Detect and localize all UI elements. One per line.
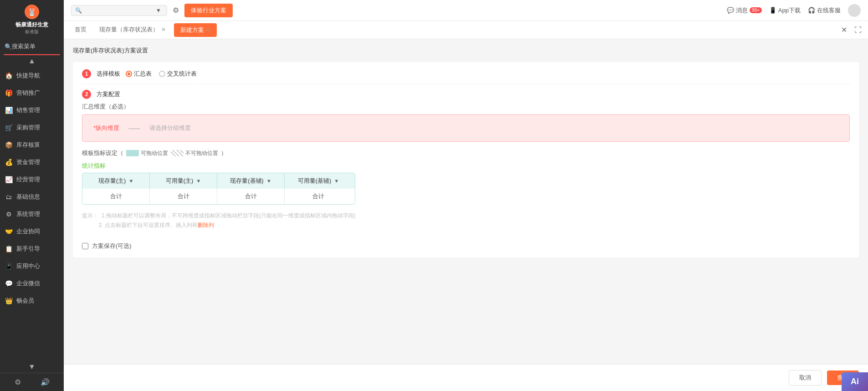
sidebar-item-label: 新手引导: [16, 245, 40, 253]
step1-badge: 1: [82, 69, 91, 78]
sidebar-item-label: 基础信息: [16, 193, 40, 201]
tab-inventory-label: 现存量（库存状况表）: [99, 26, 158, 34]
step1-row: 1 选择模板 汇总表 交叉统计表: [82, 69, 850, 78]
gift-icon: 🎁: [5, 89, 13, 97]
step2-badge: 2: [82, 90, 91, 99]
header-col-4[interactable]: 可用量(基辅) ▼: [285, 173, 352, 189]
speaker-footer-icon[interactable]: 🔊: [41, 378, 50, 386]
sidebar-item-label: 经营管理: [16, 175, 40, 184]
sidebar-item-guide[interactable]: 📋 新手引导: [0, 240, 64, 257]
topbar-dropdown-btn[interactable]: ▼: [154, 7, 163, 14]
sidebar-item-member[interactable]: 👑 畅会员: [0, 292, 64, 309]
tab-home-label: 首页: [75, 26, 87, 34]
non-draggable-legend-color: [171, 150, 184, 156]
sidebar-item-sales[interactable]: 📊 销售管理: [0, 102, 64, 119]
radio-summary-circle: [126, 71, 132, 77]
sidebar-search[interactable]: 🔍 搜索菜单: [0, 39, 64, 54]
sidebar-item-wechat[interactable]: 💬 企业微信: [0, 275, 64, 292]
body-col-1: 合计: [82, 189, 150, 204]
save-label: 方案保存(可选): [92, 242, 132, 250]
sidebar-scroll-up[interactable]: ▲: [0, 55, 64, 67]
sidebar-item-label: 企业协同: [16, 227, 40, 236]
header-col-3[interactable]: 现存量(基辅) ▼: [217, 173, 285, 189]
experience-btn[interactable]: 体验行业方案: [184, 4, 233, 17]
step-divider: [82, 84, 850, 84]
tips-item-1: 提示： 1.拖动标题栏可以调整布局，不可跨维度或指标区域拖动栏目字段(只能在同一…: [82, 212, 850, 220]
sidebar-item-finance[interactable]: 💰 资金管理: [0, 154, 64, 171]
tabs-bar: 首页 现存量（库存状况表） ✕ 新建方案 ✕ ✕ ⛶: [64, 21, 868, 39]
chart-icon: 📊: [5, 106, 13, 114]
online-service-item[interactable]: 🎧 在线客服: [808, 6, 841, 15]
cancel-button[interactable]: 取消: [789, 370, 822, 386]
sidebar-scroll-down[interactable]: ▼: [0, 361, 64, 373]
tab-new-plan[interactable]: 新建方案 ✕: [174, 23, 217, 37]
sidebar-item-basic-info[interactable]: 🗂 基础信息: [0, 188, 64, 206]
content-area: 现存量(库存状况表)方案设置 1 选择模板 汇总表 交叉统计表: [64, 39, 868, 364]
topbar-left: 🔍 ▼ ⚙ 体验行业方案: [71, 4, 722, 17]
step1-label: 选择模板: [97, 70, 120, 78]
tab-inventory-status[interactable]: 现存量（库存状况表） ✕: [93, 21, 172, 39]
box-icon: 📦: [5, 141, 13, 149]
save-checkbox[interactable]: [82, 243, 88, 249]
page-title: 现存量(库存状况表)方案设置: [73, 46, 859, 55]
sidebar-item-label: 资金管理: [16, 158, 40, 166]
sidebar-logo-sub: 标准版: [25, 29, 39, 35]
col-4-dropdown[interactable]: ▼: [334, 178, 339, 184]
sidebar-item-label: 企业微信: [16, 279, 40, 288]
tab-expand-btn[interactable]: ⛶: [853, 26, 863, 34]
topbar-gear-btn[interactable]: ⚙: [171, 6, 181, 15]
stats-label: 统计指标: [82, 162, 850, 170]
trending-icon: 📈: [5, 175, 13, 184]
topbar-search-box: 🔍 ▼: [71, 5, 167, 16]
indicator-settings-suffix: ）: [221, 149, 227, 157]
section-card: 1 选择模板 汇总表 交叉统计表 2 方案配置: [73, 62, 859, 257]
draggable-legend: 可拖动位置: [126, 149, 168, 157]
tab-inventory-close[interactable]: ✕: [161, 26, 166, 33]
sidebar-item-operations[interactable]: 📈 经营管理: [0, 171, 64, 188]
tab-new-close[interactable]: ✕: [206, 27, 210, 33]
template-radio-group: 汇总表 交叉统计表: [126, 70, 197, 78]
sidebar-item-inventory[interactable]: 📦 库存核算: [0, 136, 64, 154]
info-icon: 🗂: [5, 193, 13, 201]
gear-icon: ⚙: [5, 210, 13, 218]
message-item[interactable]: 💬 消息 99+: [727, 6, 762, 15]
ai-badge[interactable]: Ai: [842, 372, 868, 391]
sidebar-item-quick-nav[interactable]: 🏠 快捷导航: [0, 67, 64, 84]
header-col-2[interactable]: 可用量(主) ▼: [150, 173, 217, 189]
search-icon: 🔍: [75, 7, 82, 14]
non-draggable-legend: 不可拖动位置: [171, 149, 218, 157]
phone-icon: 📱: [769, 7, 776, 14]
topbar: 🔍 ▼ ⚙ 体验行业方案 💬 消息 99+ 📱 App下载 🎧 在线客服: [64, 0, 868, 21]
col-2-dropdown[interactable]: ▼: [196, 178, 201, 184]
radio-cross[interactable]: 交叉统计表: [159, 70, 197, 78]
col-3-dropdown[interactable]: ▼: [266, 178, 271, 184]
indicator-settings-section: 模板指标设定（ 可拖动位置 不可拖动位置 ） 统计指标: [82, 149, 850, 205]
sidebar-item-purchase[interactable]: 🛒 采购管理: [0, 119, 64, 136]
sidebar-item-system[interactable]: ⚙ 系统管理: [0, 206, 64, 223]
header-col-3-label: 现存量(基辅): [230, 177, 264, 185]
tab-home[interactable]: 首页: [68, 21, 93, 39]
sidebar-item-label: 营销推广: [16, 89, 40, 97]
settings-footer-icon[interactable]: ⚙: [15, 378, 21, 386]
cart-icon: 🛒: [5, 123, 13, 132]
handshake-icon: 🤝: [5, 227, 13, 236]
step2-label: 方案配置: [97, 90, 120, 98]
save-row: 方案保存(可选): [82, 237, 850, 250]
radio-summary[interactable]: 汇总表: [126, 70, 152, 78]
header-col-1[interactable]: 现存量(主) ▼: [82, 173, 150, 189]
main-area: 🔍 ▼ ⚙ 体验行业方案 💬 消息 99+ 📱 App下载 🎧 在线客服: [64, 0, 868, 391]
draggable-legend-color: [126, 150, 139, 156]
tab-new-label: 新建方案: [180, 26, 204, 34]
col-1-dropdown[interactable]: ▼: [128, 178, 133, 184]
sidebar-item-label: 快捷导航: [16, 72, 40, 80]
tabs-bar-right: ✕ ⛶: [839, 26, 863, 34]
sidebar-item-label: 系统管理: [16, 210, 40, 218]
user-avatar[interactable]: [848, 4, 861, 17]
sidebar-item-app-center[interactable]: 📱 应用中心: [0, 257, 64, 275]
sidebar-item-marketing[interactable]: 🎁 营销推广: [0, 84, 64, 102]
app-download-item[interactable]: 📱 App下载: [769, 6, 801, 15]
tab-close-btn[interactable]: ✕: [839, 26, 849, 34]
sidebar-item-enterprise[interactable]: 🤝 企业协同: [0, 223, 64, 240]
topbar-search-input[interactable]: [84, 7, 152, 14]
sidebar-item-label: 应用中心: [16, 262, 40, 270]
